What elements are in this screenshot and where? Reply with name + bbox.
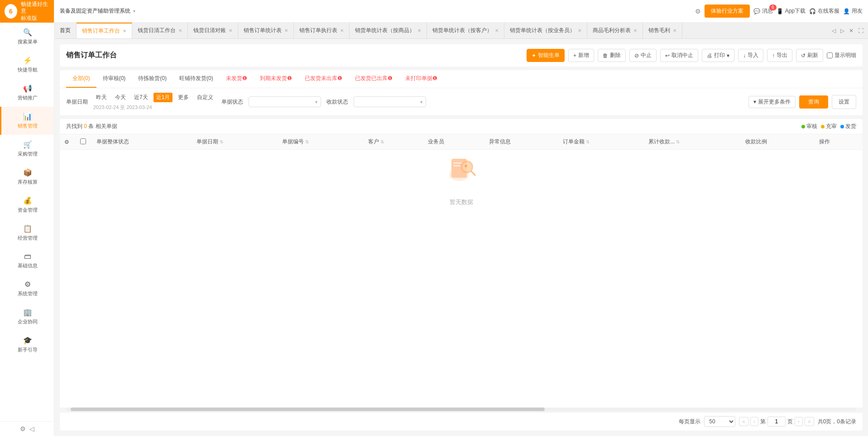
expand-conditions-button[interactable]: ▾ 展开更多条件 [748, 96, 796, 108]
th-amount[interactable]: 订单金额⇅ [558, 134, 644, 150]
select-all-checkbox[interactable] [80, 138, 86, 144]
stop-button[interactable]: ⊘ 中止 [629, 49, 657, 62]
user-menu-button[interactable]: 👤 用友 [843, 7, 863, 15]
tab-cash-reconcile[interactable]: 钱货日清对账 ✕ [188, 23, 238, 39]
tab-home[interactable]: 首页 [54, 23, 77, 39]
status-select[interactable] [249, 96, 321, 107]
query-button[interactable]: 查询 [799, 95, 828, 109]
next-page-button[interactable]: › [795, 417, 803, 426]
print-button[interactable]: 🖨 打印 ▾ [702, 49, 734, 62]
tab-close-icon[interactable]: ✕ [495, 28, 499, 33]
chevron-down-icon[interactable]: ▾ [133, 9, 135, 14]
filter-tab-pending-review[interactable]: 待审核(0) [96, 70, 132, 88]
th-checkbox[interactable] [74, 134, 92, 150]
th-settings[interactable]: ⚙ [60, 134, 74, 150]
header-gear-icon[interactable]: ⚙ [695, 8, 701, 15]
date-opt-custom[interactable]: 自定义 [194, 93, 216, 102]
tab-close-icon[interactable]: ✕ [633, 28, 637, 33]
sidebar-item-finance[interactable]: 💰 资金管理 [0, 191, 54, 219]
date-opt-more[interactable]: 更多 [175, 93, 192, 102]
export-button[interactable]: ↑ 导出 [767, 49, 792, 62]
tab-close-icon[interactable]: ✕ [417, 28, 421, 33]
cancel-stop-button[interactable]: ↩ 取消中止 [660, 49, 698, 62]
sidebar-item-search[interactable]: 🔍 搜索菜单 [0, 23, 54, 51]
batch-approve-button[interactable]: 审核 [801, 123, 817, 130]
app-download-button[interactable]: 📱 App下载 [777, 7, 806, 15]
filter-tab-wangpu[interactable]: 旺铺待发货(0) [173, 70, 220, 88]
filter-tab-overdue[interactable]: 到期未发货❶ [254, 70, 298, 88]
import-button[interactable]: ↓ 导入 [738, 49, 763, 62]
tab-close-all-button[interactable]: ✕ [847, 27, 855, 35]
collapse-icon[interactable]: ◁ [29, 425, 34, 432]
sidebar-item-quick-nav[interactable]: ⚡ 快捷导航 [0, 51, 54, 79]
show-detail-checkbox[interactable]: 显示明细 [827, 52, 856, 59]
th-collected[interactable]: 累计收款...⇅ [644, 134, 741, 150]
page-input[interactable] [767, 417, 786, 427]
page-header: 销售订单工作台 ✦ 智能生单 + 新增 🗑 删除 ⊘ 中止 [60, 44, 863, 66]
sidebar-item-enterprise[interactable]: 🏢 企业协同 [0, 303, 54, 331]
filter-settings-button[interactable]: 设置 [832, 95, 856, 109]
last-page-button[interactable]: » [805, 417, 814, 426]
tab-next-button[interactable]: ▷ [839, 27, 846, 35]
date-opt-last1m[interactable]: 近1月 [153, 93, 173, 102]
ai-generate-button[interactable]: ✦ 智能生单 [527, 49, 565, 62]
prev-page-button[interactable]: ‹ [750, 417, 758, 426]
tab-close-icon[interactable]: ✕ [178, 28, 182, 33]
date-opt-today[interactable]: 今天 [112, 93, 129, 102]
filter-tab-all[interactable]: 全部(0) [66, 70, 96, 88]
tab-sales-exec[interactable]: 销售订单执行表 ✕ [294, 23, 350, 39]
tab-sales-workbench[interactable]: 销售订单工作台 ✕ [77, 23, 132, 39]
tab-fullscreen-button[interactable]: ⛶ [856, 27, 865, 35]
delete-button[interactable]: 🗑 删除 [598, 49, 626, 62]
date-opt-yesterday[interactable]: 昨天 [93, 93, 110, 102]
add-button[interactable]: + 新增 [568, 49, 594, 62]
tab-close-icon[interactable]: ✕ [340, 28, 344, 33]
tab-close-icon[interactable]: ✕ [123, 28, 126, 33]
sidebar-item-inventory[interactable]: 📦 库存核算 [0, 163, 54, 191]
show-detail-input[interactable] [827, 52, 833, 58]
filter-tab-shipped-not-out[interactable]: 已发货未出库❶ [298, 70, 349, 88]
filter-tab-shipped-out[interactable]: 已发货已出库❶ [349, 70, 399, 88]
refresh-button[interactable]: ↺ 刷新 [796, 49, 823, 62]
filter-tab-not-shipped[interactable]: 未发货❶ [220, 70, 254, 88]
th-number[interactable]: 单据编号⇅ [278, 134, 364, 150]
sidebar-item-sales[interactable]: 📊 销售管理 [0, 107, 54, 135]
tab-close-icon[interactable]: ✕ [284, 28, 288, 33]
tab-sales-stats[interactable]: 销售订单统计表 ✕ [238, 23, 294, 39]
sidebar-item-operations[interactable]: 📋 经营管理 [0, 219, 54, 247]
batch-reverse-button[interactable]: 充审 [821, 123, 837, 130]
tab-goods-stats-customer[interactable]: 销货单统计表（按客户） ✕ [427, 23, 504, 39]
tab-close-icon[interactable]: ✕ [229, 28, 232, 33]
sidebar-item-purchase[interactable]: 🛒 采购管理 [0, 135, 54, 163]
sidebar-item-marketing[interactable]: 📢 营销推广 [0, 79, 54, 107]
sidebar-item-system[interactable]: ⚙ 系统管理 [0, 275, 54, 303]
batch-dispatch-button[interactable]: 发货 [840, 123, 856, 130]
filter-tab-not-printed[interactable]: 未打印单据❶ [399, 70, 444, 88]
tab-sales-profit[interactable]: 销售毛利 ✕ [643, 23, 682, 39]
messages-button[interactable]: 💬 消息 6 [753, 7, 773, 15]
sidebar-item-guide[interactable]: 🎓 新手引导 [0, 331, 54, 359]
th-date[interactable]: 单据日期⇅ [192, 134, 278, 150]
graduate-icon: 🎓 [23, 336, 32, 345]
date-opt-last7[interactable]: 近7天 [131, 93, 151, 102]
tab-goods-stats-product[interactable]: 销货单统计表（按商品） ✕ [350, 23, 427, 39]
settings-bottom-icon[interactable]: ⚙ [20, 425, 26, 432]
scrollbar-thumb[interactable] [71, 408, 545, 411]
th-customer[interactable]: 客户⇅ [364, 134, 423, 150]
payment-select[interactable] [354, 96, 426, 107]
per-page-select[interactable]: 50 100 200 [704, 416, 735, 427]
table-batch-actions: 审核 充审 发货 [801, 123, 856, 130]
filter-tab-pending-inspect[interactable]: 待拣验货(0) [132, 70, 173, 88]
online-service-button[interactable]: 🎧 在线客服 [809, 7, 839, 15]
tab-close-icon[interactable]: ✕ [673, 28, 676, 33]
filter-tab-pending-inspect-label: 待拣验货(0) [138, 75, 167, 81]
tab-close-icon[interactable]: ✕ [578, 28, 581, 33]
experience-button[interactable]: 体验行业方案 [705, 5, 750, 18]
sidebar-item-basic-info[interactable]: 🗃 基础信息 [0, 247, 54, 275]
first-page-button[interactable]: « [739, 417, 748, 426]
tab-label: 销货单统计表（按商品） [355, 27, 415, 34]
tab-cash-daily[interactable]: 钱货日清工作台 ✕ [132, 23, 188, 39]
tab-prev-button[interactable]: ◁ [830, 27, 838, 35]
tab-goods-stats-staff[interactable]: 销货单统计表（按业务员） ✕ [504, 23, 587, 39]
tab-gross-profit[interactable]: 商品毛利分析表 ✕ [587, 23, 643, 39]
